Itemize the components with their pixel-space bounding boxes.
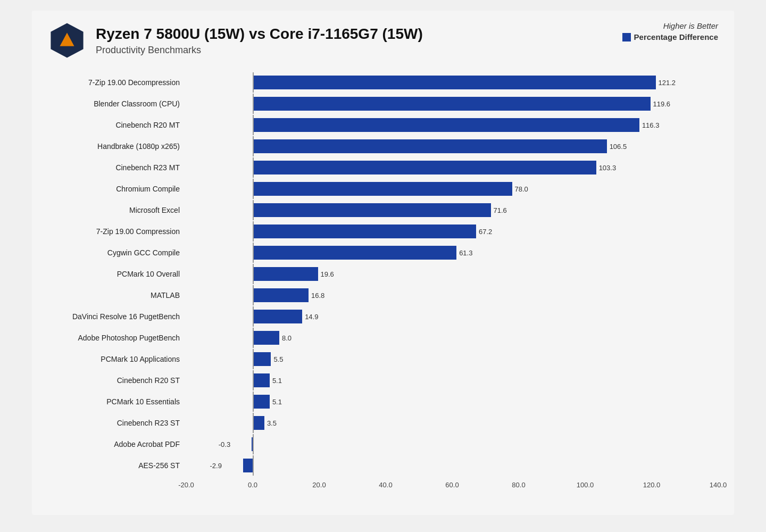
bar-fill <box>253 267 318 281</box>
zero-line <box>253 243 254 263</box>
bar-fill <box>253 288 309 302</box>
bar-row: AES-256 ST-2.9 <box>48 455 718 476</box>
bar-label: Cinebench R23 ST <box>48 419 186 427</box>
bar-fill <box>253 139 607 153</box>
bar-row: Adobe Acrobat PDF-0.3 <box>48 434 718 454</box>
x-tick-label: 80.0 <box>512 481 525 489</box>
legend-label: Percentage Difference <box>634 32 718 41</box>
x-tick-label: 120.0 <box>643 481 661 489</box>
bar-label: DaVinci Resolve 16 PugetBench <box>48 312 186 321</box>
bar-track: 14.9 <box>186 306 718 327</box>
bar-value: 8.0 <box>282 334 292 342</box>
bar-track: 5.1 <box>186 370 718 390</box>
bar-value: 5.5 <box>273 355 283 363</box>
bar-label: MATLAB <box>48 291 186 300</box>
zero-line <box>253 94 254 114</box>
bar-label: Cinebench R20 ST <box>48 376 186 385</box>
bar-track: -2.9 <box>186 455 718 476</box>
bar-track: 67.2 <box>186 221 718 242</box>
bar-label: Blender Classroom (CPU) <box>48 99 186 108</box>
bar-label: Adobe Photoshop PugetBench <box>48 334 186 342</box>
bar-fill <box>253 310 302 323</box>
zero-line <box>253 392 254 412</box>
zero-line <box>253 115 254 135</box>
bar-value: -2.9 <box>210 462 221 470</box>
x-axis: -20.00.020.040.060.080.0100.0120.0140.0 <box>186 481 718 494</box>
bar-value: 16.8 <box>311 292 324 300</box>
bar-row: Blender Classroom (CPU)119.6 <box>48 94 718 114</box>
bar-row: Cinebench R23 MT103.3 <box>48 157 718 178</box>
bar-track: 5.5 <box>186 349 718 369</box>
bar-label: Adobe Acrobat PDF <box>48 440 186 448</box>
bar-fill <box>253 352 271 366</box>
zero-line <box>253 72 254 93</box>
bar-value: 116.3 <box>642 121 660 129</box>
bar-value: 5.1 <box>272 398 282 406</box>
bar-label: Cinebench R23 MT <box>48 163 186 172</box>
bar-fill <box>253 76 656 89</box>
chart-title: Ryzen 7 5800U (15W) vs Core i7-1165G7 (1… <box>96 25 423 43</box>
bar-row: 7-Zip 19.00 Compression67.2 <box>48 221 718 242</box>
zero-line <box>253 200 254 220</box>
zero-line <box>253 370 254 390</box>
header-left: Ryzen 7 5800U (15W) vs Core i7-1165G7 (1… <box>48 21 423 60</box>
bar-track: 106.5 <box>186 136 718 156</box>
bar-track: 3.5 <box>186 413 718 433</box>
zero-line <box>253 136 254 156</box>
bar-fill <box>253 225 476 238</box>
bar-value: 71.6 <box>494 206 507 214</box>
bar-row: PCMark 10 Essentials5.1 <box>48 392 718 412</box>
zero-line <box>253 328 254 348</box>
bar-row: Cygwin GCC Compile61.3 <box>48 243 718 263</box>
bar-row: Adobe Photoshop PugetBench8.0 <box>48 328 718 348</box>
bar-label: 7-Zip 19.00 Decompression <box>48 78 186 87</box>
bar-label: PCMark 10 Applications <box>48 355 186 363</box>
bar-fill <box>253 373 270 387</box>
zero-line <box>253 349 254 369</box>
bar-label: PCMark 10 Essentials <box>48 397 186 406</box>
bar-track: 121.2 <box>186 72 718 93</box>
bar-label: 7-Zip 19.00 Compression <box>48 227 186 236</box>
bar-label: AES-256 ST <box>48 461 186 470</box>
chart-area: 7-Zip 19.00 Decompression121.2Blender Cl… <box>48 72 718 477</box>
x-tick-label: 100.0 <box>577 481 594 489</box>
chart-legend: Higher is Better Percentage Difference <box>622 21 718 41</box>
bar-track: 61.3 <box>186 243 718 263</box>
bar-row: Cinebench R23 ST3.5 <box>48 413 718 433</box>
bar-track: 8.0 <box>186 328 718 348</box>
legend-pct-diff: Percentage Difference <box>622 32 718 41</box>
zero-line <box>253 306 254 327</box>
x-tick-label: 20.0 <box>312 481 326 489</box>
bar-track: 5.1 <box>186 392 718 412</box>
bar-fill <box>253 161 596 174</box>
chart-container: Ryzen 7 5800U (15W) vs Core i7-1165G7 (1… <box>32 11 734 515</box>
zero-line <box>253 221 254 242</box>
bar-track: 71.6 <box>186 200 718 220</box>
bar-fill <box>253 118 639 132</box>
bar-value: 78.0 <box>515 185 528 193</box>
legend-color-box <box>622 33 631 41</box>
bar-label: Microsoft Excel <box>48 206 186 214</box>
zero-line <box>253 179 254 199</box>
x-tick-label: 0.0 <box>248 481 257 489</box>
bar-row: Handbrake (1080p x265)106.5 <box>48 136 718 156</box>
bar-track: 16.8 <box>186 285 718 305</box>
bar-fill <box>253 182 512 196</box>
zero-line <box>253 434 254 454</box>
x-tick-label: 40.0 <box>379 481 392 489</box>
bar-value: 19.6 <box>321 270 334 278</box>
x-tick-label: 140.0 <box>710 481 727 489</box>
bar-row: MATLAB16.8 <box>48 285 718 305</box>
bar-track: -0.3 <box>186 434 718 454</box>
legend-higher: Higher is Better <box>622 21 718 30</box>
bar-track: 103.3 <box>186 157 718 178</box>
bar-value: 121.2 <box>659 79 676 87</box>
bar-value: 103.3 <box>599 164 617 172</box>
bar-value: 106.5 <box>610 143 627 151</box>
bar-row: DaVinci Resolve 16 PugetBench14.9 <box>48 306 718 327</box>
bar-value: 3.5 <box>267 419 277 427</box>
bar-label: Handbrake (1080p x265) <box>48 142 186 151</box>
bar-row: PCMark 10 Applications5.5 <box>48 349 718 369</box>
bar-track: 19.6 <box>186 264 718 284</box>
bar-row: PCMark 10 Overall19.6 <box>48 264 718 284</box>
